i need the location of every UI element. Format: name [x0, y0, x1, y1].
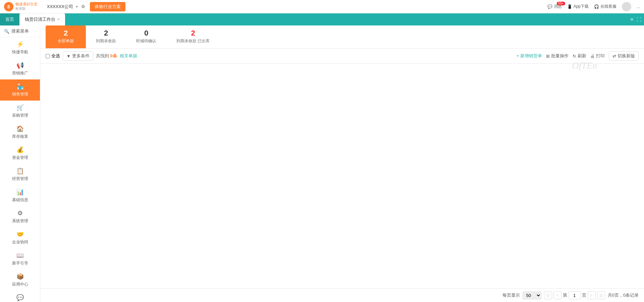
sidebar-item-system[interactable]: ⚙ 系统管理	[0, 206, 40, 227]
first-page-button[interactable]: ⟨⟨	[544, 291, 552, 299]
inventory-icon: 🏠	[16, 125, 24, 132]
online-service-label: 在线客服	[600, 4, 616, 9]
sidebar-item-basics[interactable]: 📊 基础信息	[0, 185, 40, 206]
next-page-button[interactable]: ＞	[588, 291, 596, 299]
sidebar-item-enterprise[interactable]: 🤝 企业协同	[0, 227, 40, 248]
switch-version-button[interactable]: ⇄ 切换新版	[609, 51, 639, 61]
batch-icon: ⊞	[546, 54, 550, 59]
finance-icon: 💰	[16, 146, 24, 154]
appcenter-icon: 📦	[16, 273, 24, 280]
print-button[interactable]: 🖨 打印	[590, 53, 605, 59]
sidebar-item-label: 快捷导航	[12, 49, 28, 55]
refresh-label: 刷新	[578, 53, 586, 59]
service-icon: 🎧	[594, 4, 599, 9]
pagination: 每页显示 10 20 50 100 ⟨⟨ ＜ 第 页 ＞ ⟩⟩ 共0页，0条记录	[40, 288, 644, 302]
filter-label: 更多条件	[72, 53, 90, 59]
found-prefix: 共找到	[96, 53, 109, 58]
stat-tab-overdue[interactable]: 2 到期未收款	[86, 25, 126, 48]
sidebar-item-inventory[interactable]: 🏠 库存核算	[0, 122, 40, 143]
trial-button[interactable]: 体验行业方案	[90, 2, 125, 11]
tab-home[interactable]: 首页	[0, 13, 19, 25]
switch-icon: ⇄	[612, 54, 616, 59]
page-nav: ⟨⟨ ＜ 第 页 ＞ ⟩⟩	[544, 291, 605, 299]
enterprise-icon: 🤝	[16, 231, 24, 238]
avatar-name: ...	[637, 4, 640, 9]
related-link[interactable]: 相关单据	[120, 53, 137, 59]
stat-tab-wangpu[interactable]: 0 旺铺待确认	[126, 25, 166, 48]
avatar[interactable]	[622, 2, 631, 11]
stat-label-all: 全部单据	[58, 38, 74, 44]
page-size-select[interactable]: 10 20 50 100	[523, 292, 541, 299]
sidebar-item-label: 企业协同	[12, 239, 28, 245]
stat-tab-all[interactable]: 2 全部单据	[46, 25, 86, 48]
select-all-input[interactable]	[46, 54, 50, 58]
app-download-action[interactable]: 📱 App下载	[567, 4, 589, 9]
newbie-icon: 📖	[16, 252, 24, 259]
sidebar-item-label: 应用中心	[12, 282, 28, 287]
search-menu-item[interactable]: 🔍 搜索菜单	[0, 25, 40, 37]
company-name: XXXXXX公司	[47, 4, 73, 10]
message-badge: 99+	[557, 2, 565, 5]
message-action[interactable]: 💬 消息 99+	[547, 4, 562, 9]
main-layout: 🔍 搜索菜单 ⚡ 快捷导航 📢 营销推广 🏪 销售管理 🛒 采购管理 🏠 库存核…	[0, 25, 644, 302]
maximize-icon[interactable]: ⛶	[637, 17, 641, 22]
stat-tab-overdue-shipped[interactable]: 2 到期未收款 已出库	[166, 25, 220, 48]
stat-number-overdue: 2	[104, 29, 108, 38]
select-all-checkbox[interactable]: 全选	[46, 53, 60, 59]
app-download-label: App下载	[574, 4, 589, 9]
logo-area: 6 畅捷通好生意 标准版	[4, 2, 44, 11]
tab-home-label: 首页	[5, 16, 14, 22]
sidebar-item-label: 系统管理	[12, 218, 28, 224]
online-service-action[interactable]: 🎧 在线客服	[594, 4, 616, 9]
sidebar-item-shortcut[interactable]: ⚡ 快捷导航	[0, 37, 40, 58]
sidebar-item-label: 新手引导	[12, 260, 28, 266]
settings-icon[interactable]: ⚙	[79, 3, 87, 11]
header-right: 💬 消息 99+ 📱 App下载 🎧 在线客服 ...	[547, 2, 640, 11]
page-input[interactable]	[569, 291, 581, 299]
logo-icon: 6	[4, 2, 13, 11]
tab-workbench-label: 钱货日清工作台	[25, 16, 55, 22]
company-selector[interactable]: XXXXXX公司 ▾	[47, 4, 78, 10]
table-area	[40, 64, 644, 288]
sidebar-item-newbie[interactable]: 📖 新手引导	[0, 248, 40, 269]
switch-label: 切换新版	[618, 53, 635, 59]
filter-button[interactable]: ▼ 更多条件	[63, 51, 93, 61]
stat-number-all: 2	[64, 29, 68, 38]
total-label: 共0页，0条记录	[608, 292, 639, 298]
sidebar-item-label: 库存核算	[12, 134, 28, 139]
sidebar-item-sales[interactable]: 🏪 销售管理	[0, 79, 40, 101]
sidebar-item-appcenter[interactable]: 📦 应用中心	[0, 269, 40, 291]
batch-operation-button[interactable]: ⊞ 批量操作	[546, 53, 569, 59]
toolbar: 全选 ▼ 更多条件 共找到 0条 相关单据 + 新增销货单 ⊞ 批量操作	[40, 49, 644, 64]
batch-label: 批量操作	[551, 53, 569, 59]
last-page-button[interactable]: ⟩⟩	[597, 291, 605, 299]
prev-page-button[interactable]: ＜	[553, 291, 561, 299]
tab-bar: 首页 钱货日清工作台 × ✕ ⛶	[0, 13, 644, 25]
stat-number-wangpu: 0	[144, 29, 148, 38]
print-icon: 🖨	[590, 54, 595, 59]
search-menu-label: 搜索菜单	[11, 28, 29, 34]
refresh-button[interactable]: ↻ 刷新	[573, 53, 586, 59]
sidebar-item-label: 采购管理	[12, 113, 28, 118]
add-sales-order-button[interactable]: + 新增销货单	[517, 53, 542, 59]
marketing-icon: 📢	[16, 62, 24, 69]
sidebar-item-purchase[interactable]: 🛒 采购管理	[0, 101, 40, 122]
tab-workbench[interactable]: 钱货日清工作台 ×	[19, 13, 65, 25]
tab-close-icon[interactable]: ×	[57, 17, 60, 22]
sidebar-item-label: 经营管理	[12, 176, 28, 182]
select-all-label: 全选	[51, 53, 60, 59]
page-suffix: 页	[582, 292, 586, 298]
logo-text: 畅捷通好生意	[15, 2, 38, 6]
close-all-icon[interactable]: ✕	[630, 17, 634, 22]
sidebar-item-finance[interactable]: 💰 资金管理	[0, 143, 40, 164]
shortcut-icon: ⚡	[16, 41, 24, 48]
wechat-icon: 💬	[16, 294, 24, 301]
sidebar-item-marketing[interactable]: 📢 营销推广	[0, 58, 40, 79]
search-icon: 🔍	[4, 29, 9, 34]
sidebar-item-operations[interactable]: 📋 经营管理	[0, 164, 40, 185]
sidebar-item-wechat[interactable]: 💬 企业微信	[0, 291, 40, 302]
refresh-icon: ↻	[573, 54, 576, 59]
system-icon: ⚙	[17, 209, 23, 217]
sidebar-item-label: 销售管理	[12, 92, 28, 97]
toolbar-right: + 新增销货单 ⊞ 批量操作 ↻ 刷新 🖨 打印 ⇄ 切换新版	[517, 51, 639, 61]
